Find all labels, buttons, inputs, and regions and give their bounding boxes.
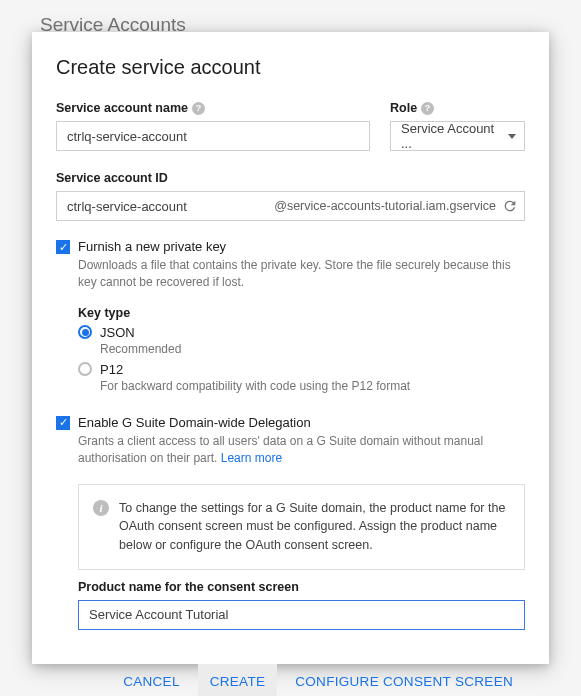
p12-radio[interactable] bbox=[78, 362, 92, 376]
id-suffix: @service-accounts-tutorial.iam.gservice bbox=[274, 199, 496, 213]
product-name-input[interactable] bbox=[78, 600, 525, 630]
role-label: Role ? bbox=[390, 101, 525, 115]
info-box: i To change the settings for a G Suite d… bbox=[78, 484, 525, 570]
json-radio-desc: Recommended bbox=[100, 342, 525, 356]
key-type-label: Key type bbox=[78, 306, 525, 320]
label-text: Service account name bbox=[56, 101, 188, 115]
service-account-name-label: Service account name ? bbox=[56, 101, 370, 115]
enable-delegation-desc: Grants a client access to all users' dat… bbox=[78, 433, 525, 468]
json-radio[interactable] bbox=[78, 325, 92, 339]
chevron-down-icon bbox=[508, 134, 516, 139]
dialog-title: Create service account bbox=[56, 56, 525, 79]
checkmark-icon: ✓ bbox=[59, 242, 68, 253]
furnish-key-desc: Downloads a file that contains the priva… bbox=[78, 257, 525, 292]
cancel-button[interactable]: CANCEL bbox=[111, 664, 192, 696]
learn-more-link[interactable]: Learn more bbox=[221, 451, 282, 465]
service-account-id-label: Service account ID bbox=[56, 171, 525, 185]
refresh-icon[interactable] bbox=[502, 198, 518, 214]
help-icon[interactable]: ? bbox=[192, 102, 205, 115]
role-select[interactable]: Service Account ... bbox=[390, 121, 525, 151]
checkmark-icon: ✓ bbox=[59, 417, 68, 428]
info-icon: i bbox=[93, 500, 109, 516]
json-radio-label: JSON bbox=[100, 325, 135, 340]
p12-radio-label: P12 bbox=[100, 362, 123, 377]
role-selected-text: Service Account ... bbox=[401, 121, 508, 151]
info-text: To change the settings for a G Suite dom… bbox=[119, 499, 510, 555]
label-text: Service account ID bbox=[56, 171, 168, 185]
dialog-actions: CANCEL CREATE CONFIGURE CONSENT SCREEN bbox=[56, 646, 525, 696]
label-text: Role bbox=[390, 101, 417, 115]
help-icon[interactable]: ? bbox=[421, 102, 434, 115]
service-account-id-input[interactable] bbox=[67, 199, 274, 214]
create-service-account-dialog: Create service account Service account n… bbox=[32, 32, 549, 664]
enable-delegation-label: Enable G Suite Domain-wide Delegation bbox=[78, 415, 311, 430]
radio-dot-icon bbox=[82, 329, 89, 336]
create-button[interactable]: CREATE bbox=[198, 664, 278, 696]
enable-delegation-checkbox[interactable]: ✓ bbox=[56, 416, 70, 430]
p12-radio-desc: For backward compatibility with code usi… bbox=[100, 379, 525, 393]
furnish-key-label: Furnish a new private key bbox=[78, 239, 226, 254]
configure-consent-button[interactable]: CONFIGURE CONSENT SCREEN bbox=[283, 664, 525, 696]
service-account-name-input[interactable] bbox=[56, 121, 370, 151]
service-account-id-field: @service-accounts-tutorial.iam.gservice bbox=[56, 191, 525, 221]
product-name-label: Product name for the consent screen bbox=[78, 580, 525, 594]
furnish-key-checkbox[interactable]: ✓ bbox=[56, 240, 70, 254]
